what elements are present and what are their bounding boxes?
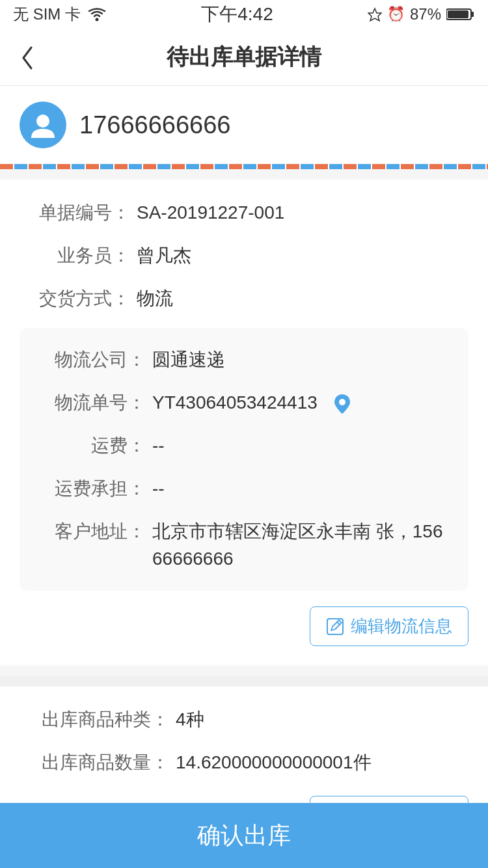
goods-type-value: 4种 [176, 706, 468, 733]
sales-rep-row: 业务员： 曾凡杰 [20, 242, 468, 269]
freight-bearer-value: -- [152, 475, 453, 502]
logistics-tracking-label: 物流单号： [35, 389, 146, 416]
edit-logistics-btn-area: 编辑物流信息 [20, 606, 468, 646]
status-time: 下午4:42 [201, 2, 273, 27]
back-button[interactable] [20, 43, 35, 71]
edit-logistics-label: 编辑物流信息 [351, 615, 452, 638]
battery-text: 87% [410, 5, 441, 23]
alarm-icon: ⏰ [387, 6, 405, 23]
status-bar: 无 SIM 卡 下午4:42 ⏰ 87% [0, 0, 488, 29]
no-sim-label: 无 SIM 卡 [13, 4, 81, 25]
customer-header: 17666666666 [0, 86, 488, 164]
freight-bearer-row: 运费承担： -- [35, 475, 453, 502]
status-left: 无 SIM 卡 [13, 4, 107, 25]
freight-label: 运费： [35, 432, 146, 459]
svg-point-5 [339, 399, 346, 405]
svg-rect-2 [471, 12, 474, 17]
battery-icon [446, 7, 475, 21]
delivery-method-label: 交货方式： [20, 285, 130, 312]
address-row: 客户地址： 北京市市辖区海淀区永丰南 张，156 66666666 [35, 518, 453, 573]
svg-rect-3 [448, 10, 468, 18]
dashed-divider [0, 164, 488, 169]
logistics-company-row: 物流公司： 圆通速递 [35, 346, 453, 373]
logistics-card: 物流公司： 圆通速递 物流单号： YT43064053424413 运费： --… [20, 328, 468, 591]
sales-rep-value: 曾凡杰 [137, 242, 468, 269]
goods-quantity-value: 14.620000000000001件 [176, 749, 468, 776]
logistics-tracking-row: 物流单号： YT43064053424413 [35, 389, 453, 416]
goods-quantity-row: 出库商品数量： 14.620000000000001件 [20, 749, 468, 776]
location-pin-icon[interactable] [331, 392, 354, 416]
avatar [20, 102, 66, 148]
address-value: 北京市市辖区海淀区永丰南 张，156 66666666 [152, 518, 453, 573]
delivery-method-row: 交货方式： 物流 [20, 285, 468, 312]
confirm-label: 确认出库 [197, 820, 291, 852]
delivery-method-value: 物流 [137, 285, 468, 312]
doc-number-value: SA-20191227-001 [137, 199, 468, 226]
user-icon [29, 111, 57, 139]
svg-point-4 [36, 115, 49, 128]
basic-info-section: 单据编号： SA-20191227-001 业务员： 曾凡杰 交货方式： 物流 … [0, 180, 488, 666]
wifi-icon [87, 7, 107, 21]
goods-type-label: 出库商品种类： [20, 706, 169, 733]
confirm-button[interactable]: 确认出库 [0, 803, 488, 868]
goods-quantity-label: 出库商品数量： [20, 749, 169, 776]
customer-phone: 17666666666 [79, 111, 230, 139]
freight-bearer-label: 运费承担： [35, 475, 146, 502]
page-title: 待出库单据详情 [167, 42, 321, 72]
logistics-company-value: 圆通速递 [152, 346, 453, 373]
goods-type-row: 出库商品种类： 4种 [20, 706, 468, 733]
edit-logistics-button[interactable]: 编辑物流信息 [310, 606, 468, 646]
freight-value: -- [152, 432, 453, 459]
gray-divider [0, 676, 488, 686]
doc-number-row: 单据编号： SA-20191227-001 [20, 199, 468, 226]
nav-bar: 待出库单据详情 [0, 29, 488, 86]
edit-icon [326, 617, 344, 636]
doc-number-label: 单据编号： [20, 199, 130, 226]
address-label: 客户地址： [35, 518, 146, 545]
freight-row: 运费： -- [35, 432, 453, 459]
logistics-tracking-value: YT43064053424413 [152, 389, 453, 416]
location-active-icon [368, 7, 382, 21]
sales-rep-label: 业务员： [20, 242, 130, 269]
svg-line-7 [337, 622, 340, 625]
status-right: ⏰ 87% [368, 5, 475, 23]
logistics-company-label: 物流公司： [35, 346, 146, 373]
svg-point-0 [96, 18, 99, 21]
